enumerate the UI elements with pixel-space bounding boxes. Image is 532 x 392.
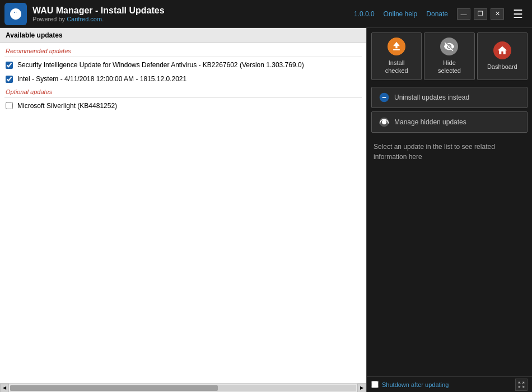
version-link[interactable]: 1.0.0.0 bbox=[354, 10, 375, 18]
shutdown-check: Shutdown after updating bbox=[371, 381, 449, 388]
update-label-3[interactable]: Microsoft Silverlight (KB4481252) bbox=[17, 101, 117, 111]
online-help-link[interactable]: Online help bbox=[384, 10, 418, 18]
list-item[interactable]: Security Intelligence Update for Windows… bbox=[0, 58, 366, 72]
restore-button[interactable]: ❐ bbox=[474, 8, 487, 20]
dashboard-label: Dashboard bbox=[487, 63, 517, 71]
update-checkbox-1[interactable] bbox=[6, 62, 13, 69]
left-panel: Available updates Recommended updates Se… bbox=[0, 28, 367, 392]
bottom-bar: Shutdown after updating bbox=[367, 376, 532, 392]
manage-icon bbox=[379, 116, 390, 128]
list-item[interactable]: Microsoft Silverlight (KB4481252) bbox=[0, 99, 366, 113]
update-checkbox-3[interactable] bbox=[6, 102, 13, 109]
right-panel: Installchecked Hideselected bbox=[367, 28, 532, 392]
svg-rect-1 bbox=[17, 11, 19, 16]
scrollbar-thumb[interactable] bbox=[10, 385, 218, 391]
install-checked-label: Installchecked bbox=[385, 59, 408, 75]
donate-link[interactable]: Donate bbox=[426, 10, 448, 18]
hamburger-button[interactable]: ☰ bbox=[508, 5, 528, 23]
info-text: Select an update in the list to see rela… bbox=[374, 143, 495, 161]
category-recommended: Recommended updates bbox=[0, 45, 366, 55]
scrollbar-track[interactable] bbox=[10, 385, 356, 391]
bottom-logo-icon bbox=[515, 379, 528, 391]
close-button[interactable]: ✕ bbox=[491, 8, 504, 20]
divider-optional bbox=[4, 97, 362, 98]
update-checkbox-2[interactable] bbox=[6, 76, 13, 83]
manage-hidden-button[interactable]: Manage hidden updates bbox=[371, 111, 528, 133]
dashboard-icon bbox=[493, 41, 511, 59]
uninstall-updates-button[interactable]: Uninstall updates instead bbox=[371, 87, 528, 108]
carifred-link[interactable]: Carifred.com bbox=[67, 16, 102, 22]
uninstall-icon bbox=[379, 92, 390, 103]
hide-selected-label: Hideselected bbox=[438, 59, 461, 75]
action-buttons-row: Installchecked Hideselected bbox=[367, 28, 532, 85]
titlebar: WAU Manager - Install Updates Powered by… bbox=[0, 0, 532, 28]
app-logo-icon bbox=[9, 7, 22, 21]
shutdown-label[interactable]: Shutdown after updating bbox=[382, 381, 449, 388]
powered-by: Powered by Carifred.com. bbox=[32, 16, 354, 22]
scroll-right-button[interactable]: ▶ bbox=[357, 384, 366, 393]
window-controls: — ❐ ✕ bbox=[457, 8, 504, 20]
install-icon bbox=[388, 38, 405, 55]
minimize-button[interactable]: — bbox=[457, 8, 470, 20]
hide-selected-button[interactable]: Hideselected bbox=[424, 32, 474, 80]
shutdown-checkbox[interactable] bbox=[371, 381, 379, 388]
main-layout: Available updates Recommended updates Se… bbox=[0, 28, 532, 392]
update-label-1[interactable]: Security Intelligence Update for Windows… bbox=[17, 60, 304, 70]
divider-recommended bbox=[4, 57, 362, 57]
update-label-2[interactable]: Intel - System - 4/11/2018 12:00:00 AM -… bbox=[17, 74, 186, 84]
manage-hidden-label: Manage hidden updates bbox=[394, 118, 466, 126]
hide-icon bbox=[440, 38, 458, 55]
app-logo bbox=[4, 3, 27, 25]
dashboard-button[interactable]: Dashboard bbox=[477, 32, 528, 80]
install-checked-button[interactable]: Installchecked bbox=[371, 32, 422, 80]
titlebar-nav: 1.0.0.0 Online help Donate bbox=[354, 10, 448, 18]
app-title: WAU Manager - Install Updates bbox=[32, 6, 354, 16]
category-optional: Optional updates bbox=[0, 86, 366, 96]
scroll-left-button[interactable]: ◀ bbox=[0, 384, 9, 393]
updates-header: Available updates bbox=[0, 28, 366, 43]
svg-rect-0 bbox=[12, 13, 15, 16]
uninstall-label: Uninstall updates instead bbox=[394, 94, 469, 101]
updates-list[interactable]: Recommended updates Security Intelligenc… bbox=[0, 43, 366, 383]
list-item[interactable]: Intel - System - 4/11/2018 12:00:00 AM -… bbox=[0, 72, 366, 86]
secondary-buttons: Uninstall updates instead Manage hidden … bbox=[367, 85, 532, 135]
info-area: Select an update in the list to see rela… bbox=[367, 135, 532, 376]
svg-rect-2 bbox=[15, 12, 17, 16]
title-text: WAU Manager - Install Updates Powered by… bbox=[32, 6, 354, 22]
horizontal-scrollbar[interactable]: ◀ ▶ bbox=[0, 383, 366, 392]
